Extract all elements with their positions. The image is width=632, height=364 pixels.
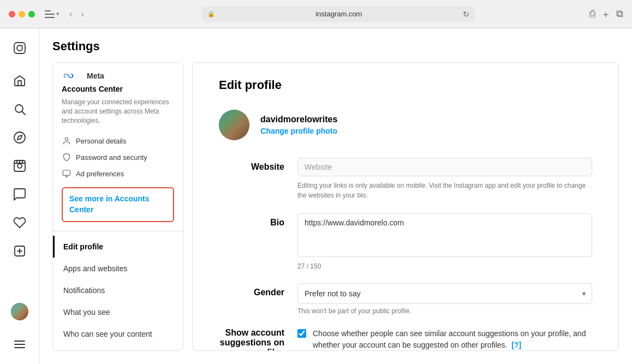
shield-icon	[62, 152, 71, 162]
sidebar-item-explore[interactable]	[7, 124, 33, 151]
ig-logo-button[interactable]	[7, 35, 33, 61]
person-icon	[62, 136, 71, 146]
meta-logo-icon	[62, 71, 84, 80]
extensions-button[interactable]: ⧉	[616, 8, 623, 20]
home-icon	[13, 74, 26, 87]
website-label: Website	[219, 158, 284, 172]
display-icon	[62, 169, 71, 178]
back-button[interactable]: ‹	[66, 7, 75, 21]
svg-point-1	[17, 45, 22, 51]
sidebar-item-home[interactable]	[7, 68, 33, 94]
edit-profile-panel: Edit profile davidmorelowrites Change pr…	[192, 62, 619, 351]
account-suggestions-link[interactable]: [?]	[511, 341, 521, 349]
profile-user-info: davidmorelowrites Change profile photo	[260, 115, 337, 135]
maximize-window-button[interactable]	[28, 11, 35, 17]
gender-wrapper: Prefer not to say ▾	[297, 283, 592, 304]
address-bar[interactable]: 🔒 instagram.com ↻	[202, 7, 475, 22]
settings-nav-items: Edit profile Apps and websites Notificat…	[53, 231, 183, 351]
url-text: instagram.com	[218, 10, 460, 18]
website-input[interactable]	[297, 158, 592, 176]
forward-button[interactable]: ›	[77, 7, 87, 21]
create-icon	[13, 244, 26, 258]
account-suggestions-checkbox[interactable]	[297, 329, 306, 338]
sidebar-item-more[interactable]	[7, 331, 33, 357]
meta-label: Meta	[87, 71, 104, 80]
gender-helper: This won't be part of your public profil…	[297, 307, 592, 315]
accounts-center-description: Manage your connected experiences and ac…	[62, 98, 174, 125]
heart-icon	[13, 216, 26, 229]
sidebar-item-create[interactable]	[7, 238, 33, 264]
reload-button[interactable]: ↻	[463, 10, 469, 19]
avatar-image	[219, 110, 249, 140]
gender-label: Gender	[219, 283, 284, 297]
profile-avatar	[219, 110, 249, 140]
account-suggestions-content: Choose whether people can see similar ac…	[297, 328, 592, 351]
sidebar-item-reels[interactable]	[7, 153, 33, 179]
svg-point-5	[14, 132, 25, 143]
ig-sidebar	[0, 28, 39, 364]
hamburger-icon	[14, 341, 25, 348]
bio-row: Bio https://www.davidmorelo.com 27 / 150	[219, 213, 592, 270]
lock-icon: 🔒	[207, 10, 215, 17]
nav-arrows: ‹ ›	[66, 7, 87, 21]
svg-point-16	[65, 138, 68, 140]
close-window-button[interactable]	[9, 11, 15, 17]
accounts-center-section: Meta Accounts Center Manage your connect…	[53, 63, 183, 231]
svg-marker-6	[17, 135, 21, 140]
website-field: Editing your links is only available on …	[297, 158, 592, 200]
see-more-accounts-center-button[interactable]: See more in Accounts Center	[62, 187, 174, 222]
account-suggestions-checkbox-wrapper	[297, 329, 306, 338]
messages-icon	[13, 188, 26, 201]
ac-nav-personal-details[interactable]: Personal details	[62, 133, 174, 149]
sidebar-item-messages[interactable]	[7, 181, 33, 207]
settings-panel: Meta Accounts Center Manage your connect…	[52, 62, 183, 351]
reels-icon	[13, 159, 26, 172]
sidebar-item-profile[interactable]	[7, 299, 33, 325]
settings-nav-how-others-interact[interactable]: How others can interact with	[53, 345, 183, 351]
settings-nav-apps-websites[interactable]: Apps and websites	[53, 258, 183, 279]
app-container: Settings Meta Accounts Center Ma	[0, 28, 632, 364]
settings-header: Settings	[39, 28, 632, 62]
instagram-icon	[13, 41, 26, 55]
share-button[interactable]: ⎙	[589, 8, 595, 20]
new-tab-button[interactable]: ＋	[601, 8, 611, 21]
minimize-window-button[interactable]	[19, 11, 25, 17]
svg-rect-0	[14, 43, 25, 53]
gender-field: Prefer not to say ▾ This won't be part o…	[297, 283, 592, 315]
change-photo-button[interactable]: Change profile photo	[260, 127, 337, 135]
svg-rect-17	[63, 170, 70, 175]
settings-nav-what-you-see[interactable]: What you see	[53, 301, 183, 323]
traffic-lights	[9, 11, 35, 17]
sidebar-item-notifications[interactable]	[7, 210, 33, 236]
avatar	[11, 303, 28, 320]
page-title: Settings	[52, 39, 619, 53]
bio-textarea[interactable]: https://www.davidmorelo.com	[297, 213, 592, 257]
browser-chrome: ▾ ‹ › 🔒 instagram.com ↻ ⎙ ＋ ⧉	[0, 0, 632, 28]
accounts-center-title: Accounts Center	[62, 85, 174, 93]
gender-select[interactable]: Prefer not to say	[297, 283, 592, 304]
bio-field: https://www.davidmorelo.com 27 / 150	[297, 213, 592, 270]
settings-nav-edit-profile[interactable]: Edit profile	[53, 236, 183, 258]
profile-username: davidmorelowrites	[260, 115, 337, 124]
sidebar-toggle[interactable]: ▾	[45, 10, 59, 18]
sidebar-item-search[interactable]	[7, 96, 33, 122]
settings-nav-who-can-see[interactable]: Who can see your content	[53, 323, 183, 345]
profile-user-row: davidmorelowrites Change profile photo	[219, 110, 592, 140]
account-suggestions-text: Choose whether people can see similar ac…	[313, 328, 592, 351]
ac-nav-ad-preferences[interactable]: Ad preferences	[62, 165, 174, 182]
svg-point-8	[17, 164, 22, 168]
website-helper: Editing your links is only available on …	[297, 181, 592, 200]
meta-logo: Meta	[62, 71, 174, 80]
gender-row: Gender Prefer not to say ▾ This won't be…	[219, 283, 592, 315]
ac-nav-password-security[interactable]: Password and security	[62, 149, 174, 165]
settings-nav-notifications[interactable]: Notifications	[53, 279, 183, 301]
svg-line-4	[22, 112, 25, 115]
browser-actions: ⎙ ＋ ⧉	[589, 8, 623, 21]
edit-profile-title: Edit profile	[219, 78, 592, 92]
main-content: Settings Meta Accounts Center Ma	[39, 28, 632, 364]
svg-point-2	[22, 45, 23, 46]
search-icon	[13, 103, 26, 116]
website-row: Website Editing your links is only avail…	[219, 158, 592, 200]
account-suggestions-label: Show account suggestions on profiles	[219, 328, 284, 351]
account-suggestions-row: Show account suggestions on profiles Cho…	[219, 328, 592, 351]
